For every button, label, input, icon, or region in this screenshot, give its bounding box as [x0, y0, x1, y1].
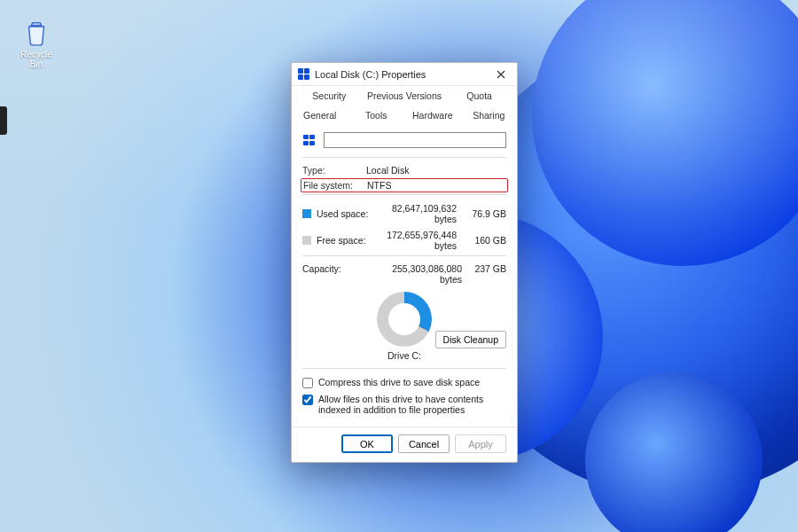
recycle-bin-icon[interactable]: Recycle Bin [16, 18, 57, 69]
dialog-body: Type: Local Disk File system: NTFS Used … [292, 125, 517, 426]
divider [302, 157, 506, 158]
usage-chart-area: Drive C: Disk Cleanup [302, 292, 506, 366]
compress-checkbox-row[interactable]: Compress this drive to save disk space [302, 374, 506, 391]
divider [302, 368, 506, 369]
used-swatch [302, 209, 311, 218]
divider [302, 194, 506, 195]
properties-dialog: Local Disk (C:) Properties Security Prev… [291, 62, 518, 463]
apply-button[interactable]: Apply [455, 434, 506, 453]
edge-handle[interactable] [0, 106, 7, 135]
used-human: 76.9 GB [467, 208, 506, 219]
free-swatch [302, 236, 311, 245]
compress-label: Compress this drive to save disk space [318, 377, 480, 387]
index-checkbox[interactable] [302, 395, 313, 405]
capacity-bytes: 255,303,086,080 bytes [372, 263, 467, 285]
compress-checkbox[interactable] [302, 378, 313, 388]
trash-icon [21, 18, 51, 48]
drive-label: Drive C: [302, 350, 506, 361]
disk-cleanup-button[interactable]: Disk Cleanup [435, 331, 506, 348]
recycle-bin-label: Recycle Bin [20, 50, 52, 69]
drive-icon [302, 134, 317, 146]
tabs-row-2: General Tools Hardware Sharing [292, 106, 517, 125]
tab-previous-versions[interactable]: Previous Versions [367, 86, 442, 106]
filesystem-row-highlighted: File system: NTFS [301, 178, 508, 192]
cancel-button[interactable]: Cancel [398, 434, 450, 453]
index-label: Allow files on this drive to have conten… [318, 394, 506, 415]
tab-sharing[interactable]: Sharing [461, 106, 518, 125]
usage-donut-icon [377, 292, 432, 347]
close-icon [497, 70, 505, 79]
titlebar[interactable]: Local Disk (C:) Properties [292, 63, 517, 86]
tab-general[interactable]: General [292, 106, 348, 125]
free-label: Free space: [317, 235, 372, 246]
type-row: Type: Local Disk [302, 163, 506, 177]
used-bytes: 82,647,109,632 bytes [377, 203, 462, 224]
ok-button[interactable]: OK [341, 434, 393, 453]
free-human: 160 GB [467, 235, 506, 246]
drive-name-input[interactable] [324, 132, 506, 148]
filesystem-label: File system: [303, 180, 362, 191]
type-label: Type: [302, 165, 361, 176]
tab-hardware[interactable]: Hardware [404, 106, 461, 125]
capacity-label: Capacity: [302, 263, 372, 285]
divider [302, 255, 506, 256]
desktop: Recycle Bin Local Disk (C:) Properties S… [0, 0, 798, 532]
capacity-human: 237 GB [467, 263, 506, 285]
tab-tools[interactable]: Tools [348, 106, 405, 125]
dialog-buttons: OK Cancel Apply [292, 426, 517, 462]
dialog-title: Local Disk (C:) Properties [315, 69, 490, 80]
used-label: Used space: [317, 208, 372, 219]
free-space-row: Free space: 172,655,976,448 bytes 160 GB [302, 227, 506, 254]
capacity-row: Capacity: 255,303,086,080 bytes 237 GB [302, 262, 506, 288]
used-space-row: Used space: 82,647,109,632 bytes 76.9 GB [302, 200, 506, 227]
index-checkbox-row[interactable]: Allow files on this drive to have conten… [302, 391, 506, 418]
type-value: Local Disk [366, 165, 506, 176]
close-button[interactable] [490, 66, 512, 83]
tabs-row-1: Security Previous Versions Quota [292, 86, 517, 106]
tab-security[interactable]: Security [292, 86, 367, 106]
filesystem-value: NTFS [367, 180, 505, 191]
tab-quota[interactable]: Quota [442, 86, 517, 106]
free-bytes: 172,655,976,448 bytes [377, 230, 462, 251]
drive-icon [297, 68, 309, 81]
